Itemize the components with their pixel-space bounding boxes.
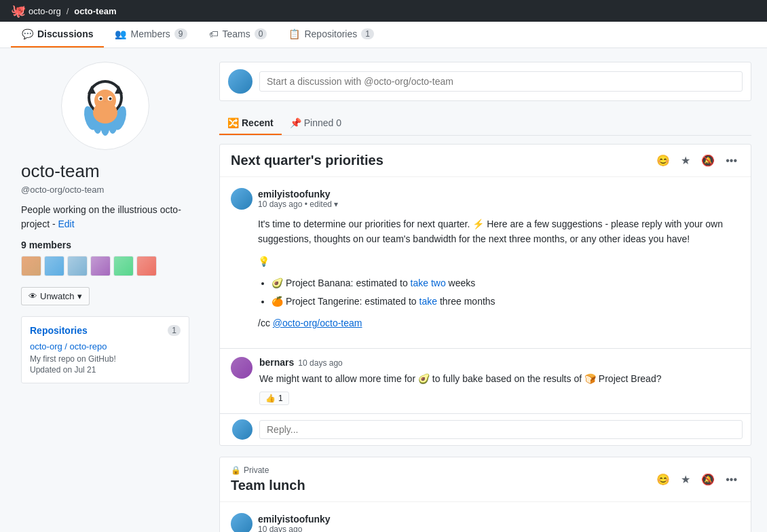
unwatch-button[interactable]: 👁 Unwatch ▾ — [21, 287, 90, 305]
tab-pinned[interactable]: 📌 Pinned 0 — [282, 112, 350, 135]
post-2-title: Team lunch — [231, 478, 305, 493]
breadcrumb-separator: / — [67, 6, 69, 16]
reply-input[interactable] — [259, 420, 743, 439]
post-1-author-name[interactable]: emilyistoofunky — [258, 189, 331, 200]
comment-1-author[interactable]: bernars — [259, 357, 294, 368]
tab-discussions[interactable]: 💬 Discussions — [11, 22, 104, 48]
post-2-author-avatar — [231, 513, 252, 532]
discussion-post-1: Next quarter's priorities 😊 ★ 🔕 ••• emil… — [219, 144, 751, 446]
svg-point-6 — [109, 98, 112, 100]
tab-recent[interactable]: 🔀 Recent — [219, 112, 282, 135]
post-1-body: emilyistoofunky 10 days ago • edited ▾ I… — [220, 177, 751, 348]
svg-point-15 — [93, 102, 117, 124]
breadcrumb: 🐙 octo-org / octo-team — [11, 3, 116, 18]
team-avatar-container — [21, 62, 189, 150]
member-avatars-list — [21, 256, 189, 276]
tab-teams-label: Teams — [223, 28, 250, 39]
dropdown-arrow: ▾ — [77, 291, 82, 301]
team-name-heading: octo-team — [21, 161, 189, 182]
thumbs-up-count: 1 — [278, 394, 283, 403]
post-2-meta: 10 days ago — [258, 525, 331, 532]
member-avatar[interactable] — [44, 256, 64, 276]
repo-org: octo-org — [30, 341, 62, 352]
members-count-badge: 9 — [174, 28, 187, 39]
team-link[interactable]: octo-team — [74, 6, 116, 16]
post-1-paragraph-1: It's time to determine our priorities fo… — [258, 216, 740, 247]
private-text: Private — [244, 466, 269, 475]
lock-icon: 🔒 — [231, 466, 241, 475]
post-1-list: 🥑 Project Banana: estimated to take two … — [258, 276, 740, 309]
comment-1-avatar — [231, 357, 252, 379]
octocat-header-icon: 🐙 — [11, 3, 26, 18]
discussion-input-area — [219, 62, 751, 101]
pinned-label: Pinned — [304, 117, 334, 128]
org-link[interactable]: octo-org — [29, 6, 61, 16]
tab-teams[interactable]: 🏷 Teams 0 — [198, 22, 278, 48]
post2-mute-button[interactable]: 🔕 — [698, 472, 717, 487]
list-item-1: 🥑 Project Banana: estimated to take two … — [272, 276, 740, 290]
repositories-section-count: 1 — [168, 325, 181, 336]
private-label: 🔒 Private — [231, 466, 305, 475]
member-avatar[interactable] — [136, 256, 157, 276]
team-handle: @octo-org/octo-team — [21, 185, 189, 195]
repo-sep: / — [62, 341, 70, 352]
post-1-title: Next quarter's priorities — [231, 153, 384, 168]
post2-add-reaction-button[interactable]: 😊 — [654, 472, 673, 487]
description-text: People working on the illustrious octo-p… — [21, 204, 181, 229]
page-layout: octo-team @octo-org/octo-team People wor… — [10, 48, 757, 532]
repositories-section-title[interactable]: Repositories — [30, 325, 88, 336]
repositories-icon: 📋 — [288, 28, 300, 39]
more-options-button[interactable]: ••• — [723, 153, 740, 168]
post-2-author-name[interactable]: emilyistoofunky — [258, 514, 331, 525]
repos-section-header: Repositories 1 — [30, 325, 181, 336]
post-1-lightbulb: 💡 — [258, 254, 740, 269]
comment-1-author-line: bernars 10 days ago — [259, 357, 740, 368]
octocat-svg — [71, 72, 139, 140]
bookmark-button[interactable]: ★ — [678, 153, 693, 168]
member-avatar[interactable] — [90, 256, 111, 276]
discussion-tabs: 🔀 Recent 📌 Pinned 0 — [219, 112, 751, 136]
edited-dropdown-icon[interactable]: ▾ — [334, 200, 338, 209]
repositories-count-badge: 1 — [361, 28, 374, 39]
tab-members[interactable]: 👥 Members 9 — [104, 22, 198, 48]
tab-repositories-label: Repositories — [304, 28, 357, 39]
member-count: 9 members — [21, 240, 189, 250]
comment-1-text: We might want to allow more time for 🥑 t… — [259, 372, 740, 386]
tab-repositories[interactable]: 📋 Repositories 1 — [278, 22, 385, 48]
repo-link[interactable]: octo-org / octo-repo — [30, 341, 181, 352]
post2-more-options-button[interactable]: ••• — [723, 472, 740, 487]
mute-button[interactable]: 🔕 — [698, 153, 717, 168]
new-discussion-input[interactable] — [259, 71, 743, 92]
top-header: 🐙 octo-org / octo-team — [0, 0, 767, 22]
member-avatar[interactable] — [67, 256, 88, 276]
recent-label: Recent — [242, 117, 274, 128]
post-1-time: 10 days ago — [258, 200, 302, 209]
comment-1: bernars 10 days ago We might want to all… — [220, 348, 751, 413]
tab-members-label: Members — [130, 28, 170, 39]
pin-icon: 📌 — [290, 117, 301, 128]
tab-discussions-label: Discussions — [37, 28, 93, 39]
member-avatar[interactable] — [113, 256, 134, 276]
members-icon: 👥 — [115, 28, 126, 39]
thumbs-up-reaction[interactable]: 👍 1 — [259, 392, 289, 405]
mention-link[interactable]: @octo-org/octo-team — [273, 318, 362, 328]
discussion-post-2: 🔒 Private Team lunch 😊 ★ 🔕 ••• emilyisto — [219, 457, 751, 532]
post2-bookmark-button[interactable]: ★ — [678, 472, 693, 487]
member-avatar[interactable] — [21, 256, 41, 276]
post-2-title-area: 🔒 Private Team lunch — [231, 466, 305, 493]
team-avatar — [61, 62, 149, 150]
post-1-author-line: emilyistoofunky 10 days ago • edited ▾ — [231, 188, 740, 210]
post-2-time: 10 days ago — [258, 525, 302, 532]
repo-description: My first repo on GitHub! — [30, 354, 181, 364]
reply-user-avatar — [232, 419, 252, 440]
svg-point-5 — [100, 98, 102, 100]
comment-1-body: bernars 10 days ago We might want to all… — [259, 357, 740, 405]
recent-icon: 🔀 — [227, 117, 239, 128]
post-2-body: emilyistoofunky 10 days ago How about so… — [220, 502, 751, 532]
add-reaction-button[interactable]: 😊 — [654, 153, 673, 168]
post-2-author-info: emilyistoofunky 10 days ago — [258, 514, 331, 532]
edit-link[interactable]: Edit — [58, 218, 74, 229]
list-item-2: 🍊 Project Tangerine: estimated to take t… — [272, 294, 740, 309]
post-1-edited-label[interactable]: edited — [310, 200, 332, 209]
repo-name: octo-repo — [70, 341, 107, 352]
